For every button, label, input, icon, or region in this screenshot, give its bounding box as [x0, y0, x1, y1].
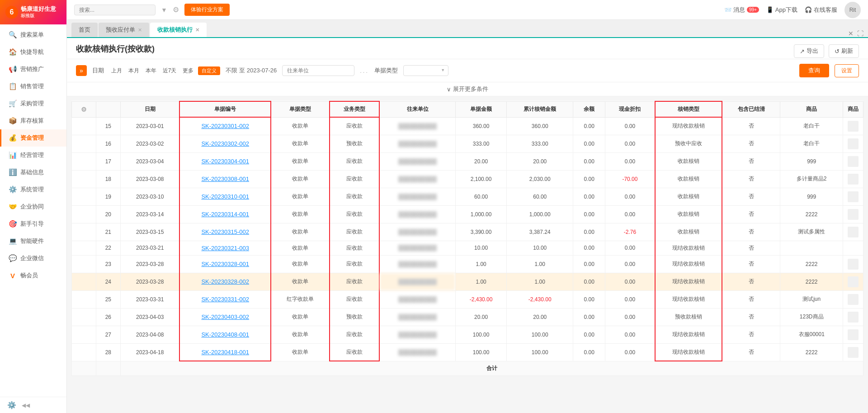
tab-close-all-icon[interactable]: ✕	[848, 30, 854, 37]
table-cell[interactable]: SK-20230310-001	[179, 188, 271, 205]
table-cell: 999	[780, 152, 843, 170]
table-cell[interactable]: SK-20230302-002	[179, 135, 271, 152]
settings-bottom-icon[interactable]: ⚙️	[7, 401, 16, 409]
chevron-down-icon: ∨	[447, 86, 451, 93]
tab-prepay[interactable]: 预收应付单 ✕	[99, 23, 149, 37]
sidebar-item-member[interactable]: V畅会员	[0, 267, 66, 284]
topbar-search-input[interactable]	[74, 5, 156, 15]
table-cell[interactable]: SK-20230321-003	[179, 241, 271, 255]
row-checkbox-cell	[72, 290, 96, 308]
th-settings[interactable]: ⚙	[72, 101, 96, 117]
table-row: 162023-03-02SK-20230302-002收款单预收款███████…	[72, 135, 863, 152]
online-service-action[interactable]: 🎧 在线客服	[805, 6, 837, 14]
table-cell[interactable]: SK-20230315-002	[179, 223, 271, 241]
table-cell[interactable]: SK-20230308-001	[179, 170, 271, 188]
collapse-icon[interactable]: ◀◀	[22, 402, 30, 408]
table-cell[interactable]: SK-20230301-002	[179, 117, 271, 135]
tab-receipt[interactable]: 收款核销执行 ✕	[150, 23, 207, 37]
table-cell[interactable]: SK-20230328-002	[179, 273, 271, 290]
table-cell[interactable]: SK-20230314-001	[179, 205, 271, 223]
date-option-more[interactable]: 更多	[181, 66, 195, 76]
table-cell[interactable]: SK-20230418-001	[179, 343, 271, 361]
industry-solution-button[interactable]: 体验行业方案	[184, 4, 230, 16]
sidebar-item-enterprise[interactable]: 🤝企业协同	[0, 198, 66, 215]
goods2-cell	[843, 273, 863, 290]
row-checkbox-cell	[72, 255, 96, 273]
tab-prepay-close[interactable]: ✕	[138, 27, 142, 33]
table-cell: 收款核销	[655, 223, 722, 241]
unit-filter-input[interactable]	[282, 65, 354, 76]
sidebar-item-hardware[interactable]: 💻智能硬件	[0, 233, 66, 250]
custom-date-button[interactable]: 自定义	[198, 66, 220, 75]
date-option-this-month[interactable]: 本月	[127, 66, 141, 76]
content-area: 收款核销执行(按收款) ↗ 导出 ↺ 刷新 » 日期 上月 本月 本年 近7天	[67, 38, 868, 413]
tab-maximize-icon[interactable]: ⛶	[857, 30, 863, 37]
row-checkbox-cell	[72, 326, 96, 343]
table-cell: 多计量商品2	[780, 170, 843, 188]
date-option-last-month[interactable]: 上月	[109, 66, 124, 76]
th-write-off[interactable]: 累计核销金额	[507, 101, 573, 117]
table-cell: 应收款	[330, 117, 380, 135]
sidebar-item-wechat[interactable]: 💬企业微信	[0, 250, 66, 267]
th-goods2[interactable]: 商品	[843, 101, 863, 117]
query-button[interactable]: 查询	[799, 64, 829, 77]
sidebar-item-system[interactable]: ⚙️系统管理	[0, 181, 66, 198]
messages-action[interactable]: 📨 消息 99+	[724, 6, 759, 14]
table-cell: 应收款	[330, 255, 380, 273]
sidebar-item-finance[interactable]: 💰资金管理	[0, 129, 66, 147]
sidebar-item-marketing[interactable]: 📢营销推广	[0, 61, 66, 78]
expand-more-button[interactable]: ∨ 展开更多条件	[447, 85, 488, 93]
th-goods[interactable]: 商品	[780, 101, 843, 117]
table-cell: 收款单	[271, 343, 330, 361]
th-unit[interactable]: 往来单位	[379, 101, 455, 117]
gear-icon: ⚙️	[9, 185, 17, 194]
sidebar-item-newbie[interactable]: 🎯新手引导	[0, 215, 66, 233]
table-cell[interactable]: SK-20230331-002	[179, 290, 271, 308]
export-button[interactable]: ↗ 导出	[794, 44, 824, 58]
table-cell: 测试多属性	[780, 223, 843, 241]
refresh-button[interactable]: ↺ 刷新	[829, 44, 859, 58]
tab-receipt-close[interactable]: ✕	[195, 27, 199, 33]
table-cell: 老白干	[780, 135, 843, 152]
th-biz-type[interactable]: 业务类型	[330, 101, 380, 117]
goods2-cell	[843, 343, 863, 361]
user-avatar[interactable]: Rit	[844, 2, 861, 18]
column-settings-icon[interactable]: ⚙	[81, 106, 87, 113]
sidebar-item-operations[interactable]: 📊经营管理	[0, 147, 66, 164]
topbar-gear-icon[interactable]: ⚙	[173, 5, 179, 14]
table-cell[interactable]: SK-20230403-002	[179, 308, 271, 326]
date-option-this-year[interactable]: 本年	[144, 66, 158, 76]
row-no: 25	[96, 290, 120, 308]
tab-home[interactable]: 首页	[71, 23, 98, 37]
sidebar-item-inventory[interactable]: 📦库存核算	[0, 112, 66, 129]
table-cell: 收款单	[271, 308, 330, 326]
chevron-down-icon[interactable]: ▼	[161, 6, 167, 14]
table-cell[interactable]: SK-20230408-001	[179, 326, 271, 343]
table-cell[interactable]: SK-20230328-001	[179, 255, 271, 273]
settings-button[interactable]: 设置	[835, 64, 859, 77]
filter-expand-button[interactable]: »	[76, 65, 87, 76]
table-row: 222023-03-21SK-20230321-003收款单应收款███████…	[72, 241, 863, 255]
table-cell: 360.00	[455, 117, 506, 135]
th-balance[interactable]: 余额	[573, 101, 605, 117]
th-verify-type[interactable]: 核销类型	[655, 101, 722, 117]
sidebar-item-basic[interactable]: ℹ️基础信息	[0, 164, 66, 181]
member-icon: V	[9, 272, 17, 280]
money-icon: 💰	[9, 134, 17, 142]
sidebar-item-sales[interactable]: 📋销售管理	[0, 78, 66, 95]
cart-icon: 🛒	[9, 100, 17, 108]
table-cell[interactable]: SK-20230304-001	[179, 152, 271, 170]
th-bill-type[interactable]: 单据类型	[271, 101, 330, 117]
th-bill-no[interactable]: 单据编号	[179, 101, 271, 117]
date-option-7days[interactable]: 近7天	[161, 66, 179, 76]
sidebar-item-purchase[interactable]: 🛒采购管理	[0, 95, 66, 112]
type-filter-select[interactable]	[403, 65, 448, 76]
table-cell: 2222	[780, 255, 843, 273]
app-download-action[interactable]: 📱 App下载	[766, 6, 797, 14]
th-include-settled[interactable]: 包含已结清	[722, 101, 780, 117]
sidebar-item-search[interactable]: 🔍搜索菜单	[0, 26, 66, 43]
th-amount[interactable]: 单据金额	[455, 101, 506, 117]
sidebar-item-guide[interactable]: 🏠快捷导航	[0, 43, 66, 61]
th-discount[interactable]: 现金折扣	[605, 101, 655, 117]
th-date[interactable]: 日期	[121, 101, 180, 117]
